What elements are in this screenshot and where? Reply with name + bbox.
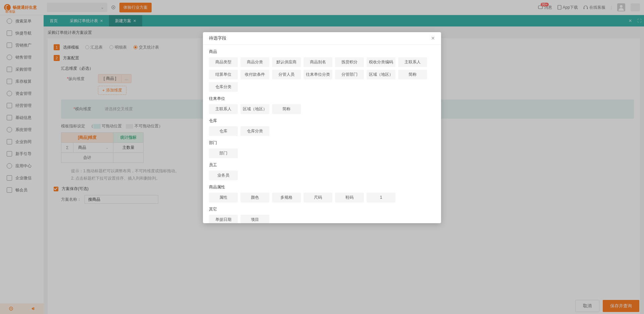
field-picker-modal: 待选字段 ✕ 商品商品类型商品分类默认供应商商品别名拣货积分税收分类编码主联系人… (203, 32, 441, 223)
field-button[interactable]: 往来单位分类 (304, 70, 332, 79)
field-group-title: 其它 (209, 206, 435, 212)
field-group-0: 商品商品类型商品分类默认供应商商品别名拣货积分税收分类编码主联系人结算单位收付款… (209, 49, 435, 92)
field-button[interactable]: 拣货积分 (335, 57, 364, 67)
field-button[interactable]: 1 (367, 193, 395, 202)
field-group-title: 仓库 (209, 118, 435, 124)
field-group-title: 员工 (209, 162, 435, 168)
modal-overlay: 待选字段 ✕ 商品商品类型商品分类默认供应商商品别名拣货积分税收分类编码主联系人… (0, 0, 644, 314)
field-button[interactable]: 仓库分类 (209, 82, 238, 92)
field-button[interactable]: 商品别名 (304, 57, 332, 67)
field-group-4: 员工业务员 (209, 162, 435, 180)
field-group-1: 往来单位主联系人区域（地区）简称 (209, 96, 435, 114)
field-button[interactable]: 分管部门 (335, 70, 364, 79)
field-button[interactable]: 商品类型 (209, 57, 238, 67)
field-button[interactable]: 简称 (398, 70, 427, 79)
field-button[interactable]: 部门 (209, 148, 238, 158)
field-button[interactable]: 分管人员 (272, 70, 301, 79)
field-group-2: 仓库仓库仓库分类 (209, 118, 435, 136)
field-button[interactable]: 商品分类 (240, 57, 269, 67)
field-button[interactable]: 收付款条件 (240, 70, 269, 79)
field-button[interactable]: 颜色 (240, 193, 269, 202)
field-button[interactable]: 默认供应商 (272, 57, 301, 67)
field-button[interactable]: 业务员 (209, 171, 238, 180)
field-button[interactable]: 鞋码 (335, 193, 364, 202)
field-button[interactable]: 仓库 (209, 126, 238, 136)
field-button[interactable]: 结算单位 (209, 70, 238, 79)
field-button[interactable]: 主联系人 (209, 104, 238, 114)
field-group-title: 往来单位 (209, 96, 435, 102)
field-group-3: 部门部门 (209, 140, 435, 158)
field-group-title: 商品属性 (209, 184, 435, 190)
field-button[interactable]: 尺码 (304, 193, 332, 202)
field-group-title: 部门 (209, 140, 435, 146)
modal-title: 待选字段 (209, 35, 226, 41)
field-button[interactable]: 简称 (272, 104, 301, 114)
field-button[interactable]: 区域（地区） (367, 70, 395, 79)
field-button[interactable]: 属性 (209, 193, 238, 202)
field-group-5: 商品属性属性颜色多规格尺码鞋码1 (209, 184, 435, 202)
modal-close-icon[interactable]: ✕ (431, 36, 435, 41)
field-button[interactable]: 项目 (240, 215, 269, 223)
field-button[interactable]: 多规格 (272, 193, 301, 202)
field-group-6: 其它单据日期项目 (209, 206, 435, 223)
field-button[interactable]: 区域（地区） (240, 104, 269, 114)
field-group-title: 商品 (209, 49, 435, 55)
field-button[interactable]: 主联系人 (398, 57, 427, 67)
field-button[interactable]: 单据日期 (209, 215, 238, 223)
field-button[interactable]: 税收分类编码 (367, 57, 395, 67)
field-button[interactable]: 仓库分类 (240, 126, 269, 136)
